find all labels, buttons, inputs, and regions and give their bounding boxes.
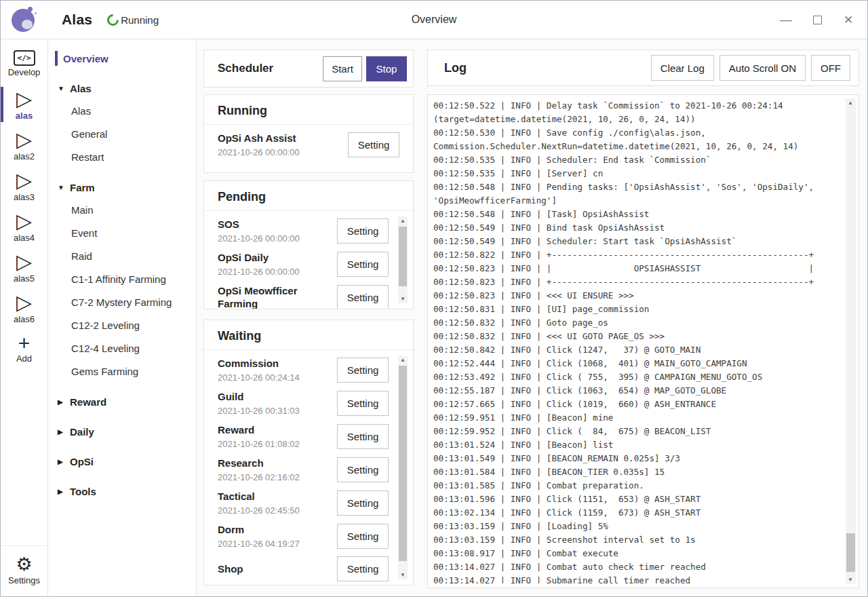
task-name: Shop bbox=[218, 562, 243, 575]
task-name: SOS bbox=[218, 218, 300, 231]
task-name: Dorm bbox=[218, 523, 300, 536]
scroll-up-icon[interactable]: ▲ bbox=[398, 216, 408, 225]
nav-item-reward[interactable]: ▶ Reward bbox=[48, 391, 196, 412]
scrollbar-thumb[interactable] bbox=[846, 533, 855, 572]
play-icon: ▷ bbox=[16, 252, 32, 272]
sidebar-instance-alas[interactable]: ▷ alas bbox=[1, 85, 47, 123]
log-line: 'OpsiMeowfficerFarming'] bbox=[433, 194, 842, 208]
task-setting-button[interactable]: Setting bbox=[337, 490, 389, 516]
nav-item-c7-2-mystery-farming[interactable]: C7-2 Mystery Farming bbox=[48, 290, 196, 313]
scroll-down-icon[interactable]: ▼ bbox=[398, 571, 408, 579]
nav-item-overview[interactable]: Overview bbox=[48, 47, 196, 69]
app-name: Alas bbox=[62, 12, 92, 28]
nav-item-raid[interactable]: Raid bbox=[48, 244, 196, 267]
pending-scrollbar[interactable]: ▲ ▼ bbox=[398, 216, 408, 303]
nav-item-c1-1-affinity-farming[interactable]: C1-1 Affinity Farming bbox=[48, 267, 196, 290]
sidebar-instance-alas4[interactable]: ▷ alas4 bbox=[1, 208, 47, 246]
log-column: Log Clear Log Auto Scroll ON OFF 00:12:5… bbox=[420, 39, 867, 596]
auto-scroll-off-button[interactable]: OFF bbox=[811, 55, 850, 81]
maximize-button[interactable] bbox=[810, 13, 824, 26]
log-line: 00:12:50.549 | INFO | Scheduler: Start t… bbox=[433, 235, 842, 248]
task-name: Guild bbox=[218, 390, 300, 403]
log-line: 00:13:01.524 | INFO | [Beacon] list bbox=[433, 438, 842, 452]
instance-rail: </> Develop ▷ alas ▷ alas2 ▷ alas3 ▷ ala… bbox=[1, 39, 48, 596]
task-row: Tactical 2021-10-26 02:45:50 Setting bbox=[218, 486, 399, 519]
nav-item-general[interactable]: General bbox=[48, 122, 196, 145]
scrollbar-thumb[interactable] bbox=[399, 366, 407, 561]
waiting-panel-title: Waiting bbox=[204, 320, 413, 350]
task-row: Commission 2021-10-26 00:24:14 Setting bbox=[218, 353, 399, 386]
task-next-run-time: 2021-10-26 01:08:02 bbox=[218, 439, 300, 449]
task-setting-button[interactable]: Setting bbox=[337, 556, 389, 581]
log-line: 00:13:02.134 | INFO | Click (1159, 673) … bbox=[433, 506, 842, 520]
minimize-button[interactable]: — bbox=[779, 13, 793, 26]
log-line: 00:13:01.584 | INFO | [BEACON_TIER 0.035… bbox=[433, 465, 842, 479]
stop-button[interactable]: Stop bbox=[366, 56, 407, 81]
titlebar: Alas Running Overview — ✕ bbox=[1, 1, 867, 39]
nav-item-c12-2-leveling[interactable]: C12-2 Leveling bbox=[48, 313, 196, 336]
log-title: Log bbox=[444, 61, 646, 75]
scroll-down-icon[interactable]: ▼ bbox=[398, 294, 408, 303]
log-line: 00:13:03.159 | INFO | [Loading] 5% bbox=[433, 520, 842, 533]
scroll-up-icon[interactable]: ▲ bbox=[398, 355, 408, 364]
sidebar-instance-develop[interactable]: </> Develop bbox=[1, 45, 47, 83]
task-setting-button[interactable]: Setting bbox=[337, 457, 389, 482]
play-icon: ▷ bbox=[16, 170, 32, 191]
waiting-scrollbar[interactable]: ▲ ▼ bbox=[398, 355, 408, 579]
sidebar-instance-alas3[interactable]: ▷ alas3 bbox=[1, 167, 47, 205]
auto-scroll-on-button[interactable]: Auto Scroll ON bbox=[719, 55, 806, 81]
log-line: 00:12:50.823 | INFO | <<< UI ENSURE >>> bbox=[433, 289, 842, 303]
nav-item-restart[interactable]: Restart bbox=[48, 145, 196, 168]
task-row: Research 2021-10-26 02:16:02 Setting bbox=[218, 452, 399, 486]
start-button[interactable]: Start bbox=[323, 56, 362, 81]
log-line: 00:12:53.492 | INFO | Click ( 755, 395) … bbox=[433, 370, 842, 384]
nav-item-opsi[interactable]: ▶ OpSi bbox=[48, 450, 196, 472]
scroll-down-icon[interactable]: ▼ bbox=[846, 575, 855, 584]
task-setting-button[interactable]: Setting bbox=[337, 524, 389, 549]
nav-item-alas[interactable]: Alas bbox=[48, 99, 196, 122]
status-text: Running bbox=[121, 14, 159, 26]
nav-item-event[interactable]: Event bbox=[48, 221, 196, 244]
task-setting-button[interactable]: Setting bbox=[337, 218, 389, 244]
app-logo-icon bbox=[12, 7, 37, 33]
task-next-run-time: 2021-10-26 00:00:00 bbox=[218, 147, 300, 157]
nav-item-gems-farming[interactable]: Gems Farming bbox=[48, 360, 196, 383]
task-setting-button[interactable]: Setting bbox=[337, 358, 389, 383]
task-setting-button[interactable]: Setting bbox=[337, 285, 389, 309]
nav-item-c12-4-leveling[interactable]: C12-4 Leveling bbox=[48, 336, 196, 360]
sidebar-instance-add[interactable]: + Add bbox=[1, 330, 47, 368]
log-line: 00:13:14.027 | INFO | Combat auto check … bbox=[433, 560, 842, 574]
sidebar-instance-alas6[interactable]: ▷ alas6 bbox=[1, 289, 47, 327]
log-line: 00:12:50.831 | INFO | [UI] page_commissi… bbox=[433, 303, 842, 316]
scrollbar-thumb[interactable] bbox=[399, 227, 407, 286]
pending-panel: Pending SOS 2021-10-26 00:00:00 Setting … bbox=[203, 180, 414, 309]
log-line: 00:13:08.917 | INFO | Combat execute bbox=[433, 547, 842, 560]
scheduler-title: Scheduler bbox=[218, 62, 323, 75]
nav-item-main[interactable]: Main bbox=[48, 198, 196, 221]
task-setting-button[interactable]: Setting bbox=[337, 252, 389, 277]
log-line: 00:12:50.535 | INFO | [Server] cn bbox=[433, 167, 842, 180]
nav-item-daily[interactable]: ▶ Daily bbox=[48, 421, 196, 442]
log-line: 00:13:01.549 | INFO | [BEACON_REMAIN 0.0… bbox=[433, 452, 842, 465]
task-next-run-time: 2021-10-26 00:31:03 bbox=[218, 406, 300, 416]
sidebar-instance-settings[interactable]: ⚙ Settings bbox=[1, 552, 47, 590]
close-button[interactable]: ✕ bbox=[842, 13, 855, 26]
log-panel-header: Log Clear Log Auto Scroll ON OFF bbox=[427, 50, 859, 86]
task-row: Dorm 2021-10-26 04:19:27 Setting bbox=[218, 519, 399, 552]
group-arrow-icon: ▶ bbox=[58, 398, 70, 406]
plus-icon: + bbox=[18, 334, 31, 352]
scroll-up-icon[interactable]: ▲ bbox=[846, 98, 855, 107]
task-setting-button[interactable]: Setting bbox=[337, 391, 389, 416]
task-setting-button[interactable]: Setting bbox=[348, 132, 399, 157]
log-scrollbar[interactable]: ▲ ▼ bbox=[846, 98, 856, 584]
sidebar-instance-alas5[interactable]: ▷ alas5 bbox=[1, 248, 47, 286]
sidebar-instance-alas2[interactable]: ▷ alas2 bbox=[1, 126, 47, 164]
task-name: Research bbox=[218, 457, 300, 469]
nav-item-farm[interactable]: ▼ Farm bbox=[48, 176, 196, 198]
log-line: 00:12:50.832 | INFO | <<< UI GOTO PAGE_O… bbox=[433, 330, 842, 343]
nav-item-alas[interactable]: ▼ Alas bbox=[48, 77, 196, 99]
task-setting-button[interactable]: Setting bbox=[337, 424, 389, 449]
nav-item-tools[interactable]: ▶ Tools bbox=[48, 480, 196, 502]
clear-log-button[interactable]: Clear Log bbox=[651, 55, 714, 81]
log-output: 00:12:50.522 | INFO | Delay task `Commis… bbox=[427, 94, 859, 588]
